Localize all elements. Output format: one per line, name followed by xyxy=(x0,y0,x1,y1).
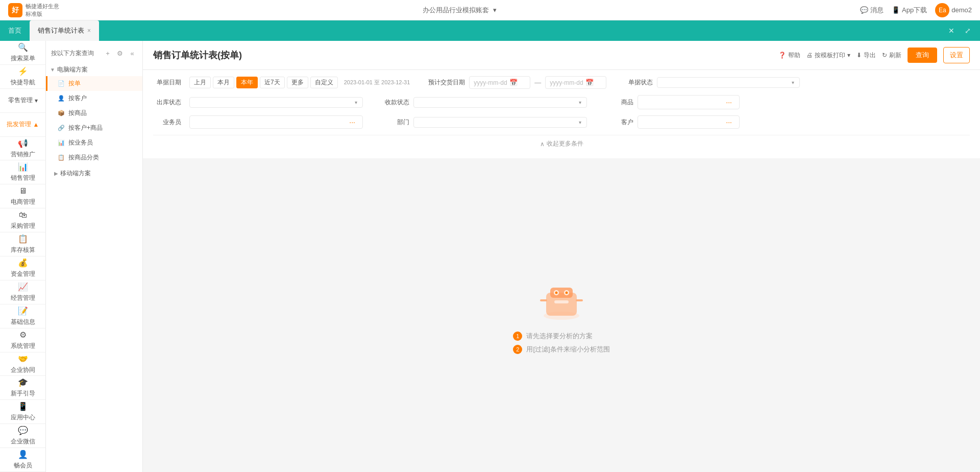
left-panel-header: 按以下方案查询 + ⚙ « xyxy=(46,45,142,61)
logo-text: 畅捷通好生意 标准版 xyxy=(26,3,59,17)
salesperson-ellipsis-icon[interactable]: ··· xyxy=(347,118,357,126)
payment-status-label: 收款状态 xyxy=(381,98,409,107)
filter-area: 单据日期 上月 本月 本年 近7天 更多 自定义 2023-01-01 至 20… xyxy=(143,70,980,158)
sidebar-item-sys-mgmt[interactable]: ⚙ 系统管理 xyxy=(0,328,45,352)
scheme-by-goods[interactable]: 📦 按商品 xyxy=(46,106,142,121)
ship-status-select[interactable]: ▾ xyxy=(189,97,363,108)
sidebar-item-inventory[interactable]: 📋 库存核算 xyxy=(0,232,45,256)
refresh-btn[interactable]: ↻ 刷新 xyxy=(882,51,901,60)
bill-status-select[interactable]: ▾ xyxy=(657,77,800,88)
customer-label: 客户 xyxy=(605,118,633,127)
payment-status-select[interactable]: ▾ xyxy=(413,97,587,108)
collapse-icon: ∧ xyxy=(540,140,545,148)
goods-input[interactable]: ··· xyxy=(638,95,740,109)
mobile-schemes-title[interactable]: ▶ 移动端方案 xyxy=(46,167,142,180)
payment-status-group: 收款状态 ▾ xyxy=(381,97,587,108)
tab-close-icon[interactable]: × xyxy=(87,27,91,34)
sidebar-item-basic-info[interactable]: 📝 基础信息 xyxy=(0,304,45,328)
sidebar-item-new-guide[interactable]: 🎓 新手引导 xyxy=(0,376,45,400)
app-download-btn[interactable]: 📱 App下载 xyxy=(892,6,927,15)
customer-input[interactable]: ··· xyxy=(638,115,740,129)
avatar: Ea xyxy=(935,3,949,17)
ship-status-arrow-icon: ▾ xyxy=(355,100,357,105)
tab-sales-order[interactable]: 销售订单统计表 × xyxy=(30,20,99,41)
sidebar-item-retail-mgmt[interactable]: 零售管理 ▾ xyxy=(0,89,45,113)
sidebar-item-sales-mgmt[interactable]: 📊 销售管理 xyxy=(0,160,45,184)
scheme-by-order[interactable]: 📄 按单 xyxy=(46,76,142,91)
pc-schemes-chevron: ▼ xyxy=(50,67,55,73)
payment-status-arrow-icon: ▾ xyxy=(579,100,581,105)
print-dropdown-icon: ▾ xyxy=(847,52,850,59)
date-btn-this-year[interactable]: 本年 xyxy=(236,77,258,88)
scheme-settings-btn[interactable]: ⚙ xyxy=(115,48,125,58)
mobile-schemes-group: ▶ 移动端方案 xyxy=(46,167,142,180)
date-btn-this-month[interactable]: 本月 xyxy=(213,77,234,88)
add-scheme-btn[interactable]: + xyxy=(103,48,113,58)
export-btn[interactable]: ⬇ 导出 xyxy=(856,51,876,60)
scheme-by-customer-goods-icon: 🔗 xyxy=(57,124,65,132)
topbar-right: 💬 消息 📱 App下载 Ea demo2 xyxy=(860,3,972,17)
sidebar-item-app-center[interactable]: 📱 应用中心 xyxy=(0,400,45,424)
salesperson-input[interactable]: ··· xyxy=(189,115,363,129)
empty-tip-1: 1 请先选择要分析的方案 xyxy=(513,332,609,341)
sidebar-item-member[interactable]: 👤 畅会员 xyxy=(0,448,45,472)
scheme-by-customer[interactable]: 👤 按客户 xyxy=(46,91,142,106)
tab-maximize-icon[interactable]: ⤢ xyxy=(962,25,974,37)
sidebar-item-ecommerce[interactable]: 🖥 电商管理 xyxy=(0,184,45,208)
sidebar-item-finance[interactable]: 💰 资金管理 xyxy=(0,256,45,280)
collapse-bar[interactable]: ∧ 收起更多条件 xyxy=(153,135,970,152)
user-area[interactable]: Ea demo2 xyxy=(935,3,972,17)
svg-rect-2 xyxy=(550,288,573,298)
ecommerce-icon: 🖥 xyxy=(19,186,27,196)
expected-date-start[interactable]: yyyy-mm-dd 📅 xyxy=(469,76,530,89)
empty-illustration xyxy=(531,272,592,323)
department-select[interactable]: ▾ xyxy=(413,117,587,128)
template-print-btn[interactable]: 🖨 按模板打印 ▾ xyxy=(806,51,850,60)
scheme-by-salesperson[interactable]: 📊 按业务员 xyxy=(46,135,142,150)
help-btn[interactable]: ❓ 帮助 xyxy=(778,51,800,60)
date-btn-last-month[interactable]: 上月 xyxy=(189,77,211,88)
scheme-by-goods-category[interactable]: 📋 按商品分类 xyxy=(46,150,142,165)
department-group: 部门 ▾ xyxy=(381,117,587,128)
customer-ellipsis-icon[interactable]: ··· xyxy=(724,118,734,126)
tab-close-window-icon[interactable]: ✕ xyxy=(945,25,958,37)
date-btn-custom[interactable]: 自定义 xyxy=(310,77,338,88)
sidebar-item-wholesale-mgmt[interactable]: 批发管理 ▲ xyxy=(0,113,45,137)
settings-button[interactable]: 设置 xyxy=(943,47,970,63)
sidebar-item-enterprise-collab[interactable]: 🤝 企业协同 xyxy=(0,352,45,376)
page-actions: ❓ 帮助 🖨 按模板打印 ▾ ⬇ 导出 ↻ xyxy=(778,47,970,63)
collapse-panel-btn[interactable]: « xyxy=(127,48,137,58)
sidebar-item-marketing[interactable]: 📢 营销推广 xyxy=(0,137,45,161)
app-download-label: App下载 xyxy=(902,6,927,15)
tab-home[interactable]: 首页 xyxy=(0,20,30,41)
query-button[interactable]: 查询 xyxy=(908,48,937,63)
scheme-by-customer-goods[interactable]: 🔗 按客户+商品 xyxy=(46,121,142,135)
sidebar-item-purchase[interactable]: 🛍 采购管理 xyxy=(0,208,45,232)
sidebar-item-enterprise-wechat[interactable]: 💬 企业微信 xyxy=(0,424,45,448)
refresh-icon: ↻ xyxy=(882,52,887,59)
marketing-icon: 📢 xyxy=(18,138,28,148)
expected-date-end[interactable]: yyyy-mm-dd 📅 xyxy=(545,76,606,89)
bill-date-label: 单据日期 xyxy=(153,78,181,87)
date-btn-last-7-days[interactable]: 近7天 xyxy=(260,77,285,88)
customer-group: 客户 ··· xyxy=(605,115,740,129)
purchase-icon: 🛍 xyxy=(19,210,27,220)
operations-icon: 📈 xyxy=(18,282,28,292)
logo-icon: 好 xyxy=(8,3,22,17)
app-title-dropdown-icon[interactable]: ▾ xyxy=(493,6,497,14)
sidebar: 🔍 搜索菜单 ⚡ 快捷导航 零售管理 ▾ 批发管理 ▲ 📢 营销推广 📊 销售管… xyxy=(0,41,46,472)
retail-mgmt-arrow-icon: ▾ xyxy=(35,97,38,104)
department-arrow-icon: ▾ xyxy=(579,120,581,125)
svg-rect-7 xyxy=(554,300,569,303)
bill-status-label: 单据状态 xyxy=(625,78,653,87)
message-btn[interactable]: 💬 消息 xyxy=(860,6,884,15)
ship-status-label: 出库状态 xyxy=(153,98,181,107)
sidebar-item-search-menu[interactable]: 🔍 搜索菜单 xyxy=(0,41,45,65)
pc-schemes-title[interactable]: ▼ 电脑端方案 xyxy=(46,63,142,76)
topbar-center[interactable]: 办公用品行业模拟账套 ▾ xyxy=(423,6,497,15)
message-label: 消息 xyxy=(870,6,884,15)
sidebar-item-quick-nav[interactable]: ⚡ 快捷导航 xyxy=(0,65,45,89)
goods-ellipsis-icon[interactable]: ··· xyxy=(724,98,734,106)
sidebar-item-operations[interactable]: 📈 经营管理 xyxy=(0,280,45,304)
date-btn-more[interactable]: 更多 xyxy=(287,77,308,88)
